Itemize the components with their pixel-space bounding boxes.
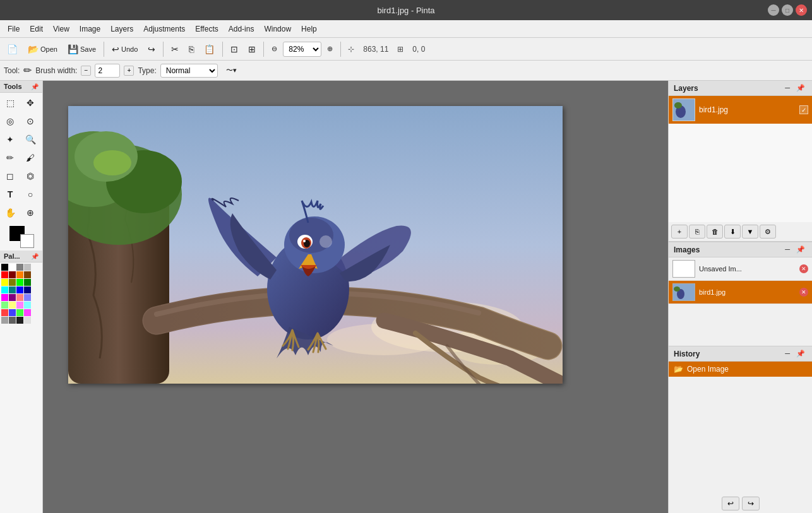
menu-view[interactable]: View <box>48 22 75 36</box>
history-pin[interactable]: 📌 <box>794 349 807 358</box>
minimize-button[interactable]: ─ <box>768 4 779 16</box>
duplicate-layer-button[interactable]: ⎘ <box>689 225 705 239</box>
maximize-button[interactable]: □ <box>782 4 793 16</box>
palette-color[interactable] <box>24 294 31 301</box>
palette-color[interactable] <box>9 302 16 309</box>
canvas-area[interactable] <box>43 81 668 513</box>
palette-color[interactable] <box>1 302 8 309</box>
palette-color[interactable] <box>1 271 8 278</box>
palette-color[interactable] <box>16 286 23 293</box>
open-button[interactable]: 📂 Open <box>23 42 62 57</box>
color-picker-tool[interactable]: 🔍 <box>21 131 39 148</box>
layer-item[interactable]: bird1.jpg ✓ <box>669 96 812 124</box>
background-color[interactable] <box>20 234 34 248</box>
history-minimize[interactable]: ─ <box>783 349 792 358</box>
layer-visibility-check[interactable]: ✓ <box>799 105 808 114</box>
magic-wand-tool[interactable]: ✦ <box>1 131 19 148</box>
merge-down-button[interactable]: ⬇ <box>724 225 741 239</box>
brush-tool[interactable]: 🖌 <box>21 149 39 167</box>
zoom-tool[interactable]: ⊙ <box>21 112 39 130</box>
palette-color[interactable] <box>24 271 31 278</box>
palette-color[interactable] <box>9 294 16 301</box>
menu-edit[interactable]: Edit <box>25 22 48 36</box>
palette-color[interactable] <box>9 271 16 278</box>
unsaved-close-button[interactable]: ✕ <box>799 264 808 273</box>
menu-image[interactable]: Image <box>75 22 105 36</box>
palette-color[interactable] <box>9 264 16 271</box>
layers-minimize[interactable]: ─ <box>783 83 792 93</box>
brush-style-button[interactable]: 〜▾ <box>222 63 241 78</box>
zoom-out-button[interactable]: ⊖ <box>267 42 282 56</box>
flatten-image-button[interactable]: ▼ <box>742 225 758 239</box>
zoom-select[interactable]: 82% 50% 100% 150% 200% <box>283 42 321 57</box>
layers-pin[interactable]: 📌 <box>794 83 807 93</box>
close-button[interactable]: ✕ <box>796 4 807 16</box>
palette-color[interactable] <box>9 286 16 293</box>
history-item-open[interactable]: 📂 Open Image <box>669 362 812 377</box>
resize-button[interactable]: ⊞ <box>244 42 260 57</box>
add-layer-button[interactable]: + <box>671 225 688 239</box>
lasso-tool[interactable]: ◎ <box>1 112 19 130</box>
palette-color[interactable] <box>1 286 8 293</box>
palette-color[interactable] <box>1 264 8 271</box>
palette-color[interactable] <box>16 264 23 271</box>
palette-color[interactable] <box>24 317 31 324</box>
image-item-unsaved[interactable]: Unsaved Im... ✕ <box>669 257 812 281</box>
bird-close-button[interactable]: ✕ <box>799 288 808 297</box>
canvas-image[interactable] <box>68 106 563 384</box>
brush-width-increase[interactable]: + <box>124 66 134 76</box>
images-pin[interactable]: 📌 <box>794 245 807 254</box>
palette-color[interactable] <box>16 317 23 324</box>
layer-properties-button[interactable]: ⚙ <box>760 225 776 239</box>
text-tool[interactable]: T <box>1 186 19 203</box>
palette-color[interactable] <box>16 271 23 278</box>
save-button[interactable]: 💾 Save <box>63 42 100 57</box>
type-select[interactable]: Normal Ink Calligraphy <box>160 64 218 78</box>
menu-adjustments[interactable]: Adjustments <box>138 22 190 36</box>
new-button[interactable]: 📄 <box>3 42 22 57</box>
menu-file[interactable]: File <box>3 22 25 36</box>
menu-layers[interactable]: Layers <box>105 22 138 36</box>
menu-window[interactable]: Window <box>259 22 296 36</box>
brush-width-input[interactable] <box>95 64 120 78</box>
brush-width-decrease[interactable]: − <box>81 66 91 76</box>
menu-help[interactable]: Help <box>296 22 322 36</box>
palette-color[interactable] <box>9 317 16 324</box>
history-redo-button[interactable]: ↪ <box>742 497 760 510</box>
palette-color[interactable] <box>16 302 23 309</box>
palette-color[interactable] <box>24 309 31 316</box>
pencil-tool[interactable]: ✏ <box>1 149 19 167</box>
eraser-tool[interactable]: ◻ <box>1 167 19 185</box>
palette-color[interactable] <box>1 317 8 324</box>
palette-pin[interactable]: 📌 <box>31 253 39 260</box>
palette-color[interactable] <box>1 279 8 286</box>
fill-tool[interactable]: ⏣ <box>21 167 39 185</box>
redo-button[interactable]: ↪ <box>143 42 160 57</box>
palette-color[interactable] <box>24 264 31 271</box>
menu-effects[interactable]: Effects <box>190 22 223 36</box>
menu-addins[interactable]: Add-ins <box>224 22 260 36</box>
history-undo-button[interactable]: ↩ <box>722 497 739 510</box>
paste-button[interactable]: 📋 <box>200 42 219 57</box>
clone-tool[interactable]: ⊕ <box>21 204 39 221</box>
tools-pin[interactable]: 📌 <box>31 83 39 90</box>
palette-color[interactable] <box>1 294 8 301</box>
pan-tool[interactable]: ✋ <box>1 204 19 221</box>
shape-tool[interactable]: ○ <box>21 186 39 203</box>
copy-button[interactable]: ⎘ <box>184 42 198 57</box>
undo-button[interactable]: ↩ Undo <box>107 42 142 57</box>
zoom-in-button[interactable]: ⊕ <box>323 42 337 56</box>
palette-color[interactable] <box>24 302 31 309</box>
cut-button[interactable]: ✂ <box>167 42 183 57</box>
rectangle-select-tool[interactable]: ⬚ <box>1 94 19 112</box>
palette-color[interactable] <box>16 279 23 286</box>
palette-color[interactable] <box>9 279 16 286</box>
palette-color[interactable] <box>16 309 23 316</box>
palette-color[interactable] <box>9 309 16 316</box>
palette-color[interactable] <box>1 309 8 316</box>
move-tool[interactable]: ✥ <box>21 94 39 112</box>
images-minimize[interactable]: ─ <box>783 245 792 254</box>
palette-color[interactable] <box>24 286 31 293</box>
image-item-bird[interactable]: bird1.jpg ✕ <box>669 281 812 304</box>
palette-color[interactable] <box>24 279 31 286</box>
